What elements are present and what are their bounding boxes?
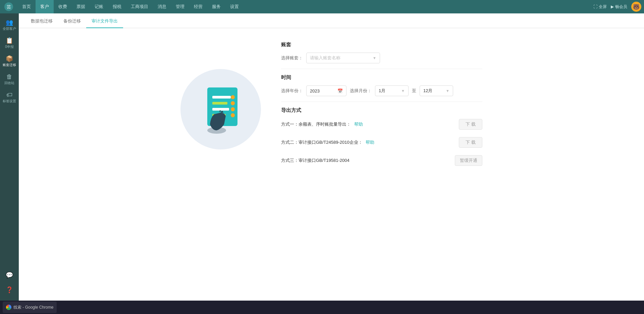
export-method-3-label: 方式三：审计接口GB/T19581-2004 — [281, 158, 455, 164]
method1-download-button[interactable]: 下 载 — [459, 119, 482, 130]
month-end-select[interactable]: 12月 ▼ — [420, 85, 453, 96]
month-start-select[interactable]: 1月 ▼ — [375, 85, 409, 96]
export-method-1-label: 方式一：余额表、序时账批量导出： 帮助 — [281, 121, 459, 127]
divider-1 — [281, 69, 482, 69]
svg-text:芸: 芸 — [7, 4, 11, 9]
month-start-chevron-icon: ▼ — [401, 89, 405, 93]
sidebar-bottom: 💬 ❓ — [0, 268, 19, 301]
tab-data-migration[interactable]: 数据包迁移 — [25, 15, 58, 28]
content-area: 数据包迁移 备份迁移 审计文件导出 — [19, 13, 644, 301]
month-start-label: 选择月份： — [350, 88, 372, 94]
nav-item-fees[interactable]: 收费 — [54, 0, 72, 13]
fullscreen-button[interactable]: ⛶ 全屏 — [593, 4, 607, 10]
month-end-value: 12月 — [423, 88, 432, 94]
sidebar-item-migration[interactable]: 📦 账套迁移 — [0, 52, 19, 70]
sidebar-item-tag-settings[interactable]: 🏷 标签设置 — [0, 88, 19, 107]
account-label: 选择账套： — [281, 55, 303, 61]
illustration-area — [180, 38, 261, 173]
feedback-icon: 💬 — [6, 271, 13, 279]
tab-backup-migration[interactable]: 备份迁移 — [58, 15, 86, 28]
account-select[interactable]: 请输入账套名称 ▼ — [306, 53, 380, 63]
export-method-2-row: 方式二：审计接口GB/T24589-2010企业： 帮助 下 载 — [281, 137, 482, 148]
sidebar-item-recycle[interactable]: 🗑 回收站 — [0, 70, 19, 88]
tag-icon: 🏷 — [6, 92, 12, 98]
inner-content: 账套 选择账套： 请输入账套名称 ▼ 时间 选择年份： — [180, 38, 482, 173]
feedback-button[interactable]: 💬 — [0, 268, 19, 282]
nav-item-management[interactable]: 管理 — [171, 0, 189, 13]
nav-item-tax[interactable]: 报税 — [108, 0, 126, 13]
nav-item-bookkeeping[interactable]: 记账 — [90, 0, 108, 13]
account-section-title: 账套 — [281, 42, 482, 48]
nav-item-business[interactable]: 工商项目 — [126, 0, 153, 13]
month-end-chevron-icon: ▼ — [446, 89, 449, 93]
vip-icon: ▶ — [611, 4, 614, 9]
export-method-title: 导出方式 — [281, 107, 482, 114]
vip-button[interactable]: ▶ 畅会员 — [611, 4, 627, 10]
user-avatar[interactable]: 🐻 — [631, 2, 641, 12]
help-button[interactable]: ❓ — [0, 283, 19, 297]
top-nav-right: ⛶ 全屏 ▶ 畅会员 🐻 — [593, 2, 641, 12]
svg-rect-3 — [212, 96, 231, 99]
year-label: 选择年份： — [281, 88, 303, 94]
page-content: 账套 选择账套： 请输入账套名称 ▼ 时间 选择年份： — [19, 28, 644, 301]
top-nav-items: 首页 客户 收费 票据 记账 报税 工商项目 消息 管理 经营 服务 设置 — [17, 0, 593, 13]
audit-illustration — [194, 81, 248, 138]
export-method-section: 导出方式 方式一：余额表、序时账批量导出： 帮助 下 载 — [281, 107, 482, 166]
form-area: 账套 选择账套： 请输入账套名称 ▼ 时间 选择年份： — [281, 38, 482, 173]
account-placeholder: 请输入账套名称 — [310, 55, 340, 61]
taskbar: 线索 - Google Chrome — [0, 301, 644, 314]
migration-icon: 📦 — [6, 56, 13, 62]
divider-2 — [281, 102, 482, 102]
nav-item-customer[interactable]: 客户 — [36, 0, 54, 13]
tab-audit-export[interactable]: 审计文件导出 — [86, 15, 123, 28]
app-logo: 芸 — [3, 1, 15, 13]
method2-help-link[interactable]: 帮助 — [366, 140, 374, 145]
sidebar-item-all-customers[interactable]: 👥 全部客户 — [0, 16, 19, 34]
sidebar-item-zero-declare[interactable]: 📋 0申报 — [0, 34, 19, 52]
nav-item-home[interactable]: 首页 — [17, 0, 36, 13]
export-method-2-label: 方式二：审计接口GB/T24589-2010企业： 帮助 — [281, 139, 459, 145]
method2-download-button[interactable]: 下 载 — [459, 137, 482, 148]
tab-bar: 数据包迁移 备份迁移 审计文件导出 — [19, 13, 644, 28]
sidebar-item-recycle-label: 回收站 — [4, 81, 14, 85]
svg-point-9 — [231, 107, 235, 111]
year-value: 2023 — [310, 88, 320, 93]
top-navigation: 芸 首页 客户 收费 票据 记账 报税 工商项目 消息 管理 经营 服务 设置 … — [0, 0, 644, 13]
nav-item-services[interactable]: 服务 — [207, 0, 225, 13]
recycle-icon: 🗑 — [6, 74, 12, 80]
account-row: 选择账套： 请输入账套名称 ▼ — [281, 53, 482, 63]
svg-rect-4 — [212, 102, 227, 105]
svg-point-10 — [231, 113, 235, 117]
sidebar-item-tag-label: 标签设置 — [3, 99, 16, 103]
illustration-circle — [180, 69, 261, 149]
method1-help-link[interactable]: 帮助 — [354, 122, 363, 127]
time-row: 选择年份： 2023 📅 选择月份： 1月 ▼ 至 12月 — [281, 85, 482, 96]
fullscreen-icon: ⛶ — [593, 4, 597, 9]
nav-item-operations[interactable]: 经营 — [189, 0, 207, 13]
year-input[interactable]: 2023 📅 — [306, 85, 346, 96]
sidebar-item-declare-label: 0申报 — [5, 45, 14, 49]
main-layout: 👥 全部客户 📋 0申报 📦 账套迁移 🗑 回收站 🏷 标签设置 💬 ❓ — [0, 13, 644, 301]
nav-item-messages[interactable]: 消息 — [153, 0, 171, 13]
account-chevron-icon: ▼ — [373, 56, 376, 60]
customers-icon: 👥 — [6, 19, 13, 25]
taskbar-chrome-item[interactable]: 线索 - Google Chrome — [3, 302, 57, 313]
svg-rect-5 — [212, 108, 229, 111]
to-separator: 至 — [412, 88, 416, 94]
sidebar-item-migration-label: 账套迁移 — [3, 63, 16, 67]
calendar-icon: 📅 — [337, 88, 343, 93]
declare-icon: 📋 — [6, 38, 13, 44]
time-section-title: 时间 — [281, 74, 482, 81]
help-icon: ❓ — [6, 286, 13, 294]
month-start-value: 1月 — [379, 88, 385, 94]
svg-point-7 — [231, 95, 235, 99]
taskbar-chrome-label: 线索 - Google Chrome — [13, 305, 53, 310]
svg-point-8 — [231, 101, 235, 105]
chrome-icon — [6, 305, 11, 310]
export-method-1-row: 方式一：余额表、序时账批量导出： 帮助 下 载 — [281, 119, 482, 130]
nav-item-settings[interactable]: 设置 — [225, 0, 244, 13]
nav-item-invoices[interactable]: 票据 — [72, 0, 90, 13]
method3-coming-soon-button: 暂缓开通 — [455, 155, 482, 166]
sidebar: 👥 全部客户 📋 0申报 📦 账套迁移 🗑 回收站 🏷 标签设置 💬 ❓ — [0, 13, 19, 301]
export-method-3-row: 方式三：审计接口GB/T19581-2004 暂缓开通 — [281, 155, 482, 166]
